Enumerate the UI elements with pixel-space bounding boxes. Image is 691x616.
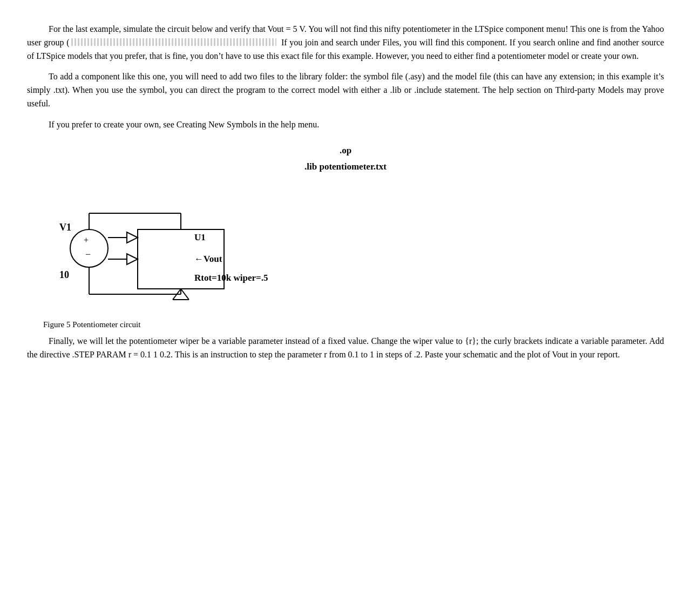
code-line-2: .lib potentiometer.txt <box>27 159 664 175</box>
svg-text:V1: V1 <box>59 222 71 233</box>
url-redacted <box>71 38 276 46</box>
document-content: For the last example, simulate the circu… <box>27 23 664 361</box>
paragraph-3: If you prefer to create your own, see Cr… <box>27 118 664 132</box>
svg-text:10: 10 <box>59 269 69 280</box>
code-line-1: .op <box>27 143 664 159</box>
svg-marker-15 <box>127 232 138 243</box>
paragraph-1: For the last example, simulate the circu… <box>27 23 664 63</box>
svg-text:←Vout: ←Vout <box>194 254 222 264</box>
code-block: .op .lib potentiometer.txt <box>27 143 664 175</box>
svg-text:U1: U1 <box>194 232 206 242</box>
svg-text:Rtot=10k wiper=.5: Rtot=10k wiper=.5 <box>194 273 268 283</box>
figure-caption: Figure 5 Potentiometer circuit <box>43 320 140 329</box>
svg-marker-16 <box>127 254 138 265</box>
svg-point-1 <box>70 229 108 267</box>
svg-text:−: − <box>85 249 91 260</box>
paragraph-2: To add a component like this one, you wi… <box>27 70 664 110</box>
circuit-figure: V1 + − 10 <box>43 186 664 329</box>
svg-line-13 <box>181 289 189 300</box>
circuit-svg: V1 + − 10 <box>43 186 313 310</box>
circuit-diagram: V1 + − 10 <box>43 186 313 310</box>
svg-text:+: + <box>84 235 89 245</box>
paragraph-4: Finally, we will let the potentiometer w… <box>27 335 664 362</box>
